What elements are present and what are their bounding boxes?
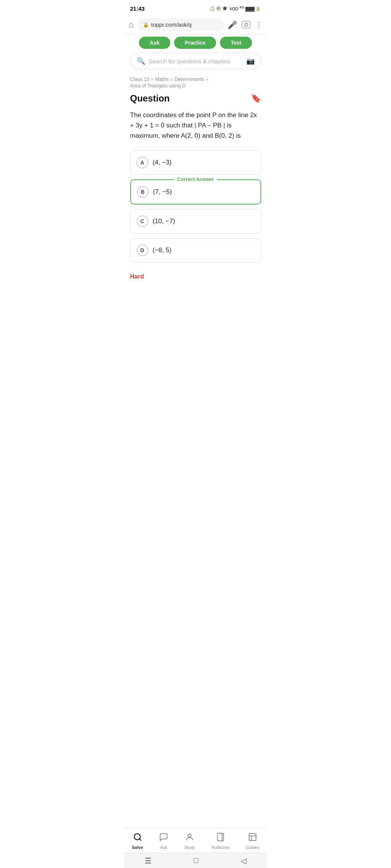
question-title: Question <box>130 93 170 104</box>
breadcrumb-sep-3: » <box>205 76 208 82</box>
display-icon[interactable]: :D <box>242 21 250 28</box>
breadcrumb: Class 12 » Maths » Determinants » Area o… <box>124 74 267 93</box>
breadcrumb-area[interactable]: Area of Triangles using D <box>130 83 186 89</box>
question-text: The coordinates of the point P on the li… <box>130 110 261 141</box>
notification-icon: 📋 <box>210 6 215 11</box>
option-c-text: (10, −7) <box>153 217 175 225</box>
option-c-label: C <box>137 216 148 227</box>
option-b[interactable]: Correct Answer B (7, −5) <box>130 179 261 205</box>
green-buttons-strip: Ask Practice Test <box>124 34 267 50</box>
signal-icons: VOD 4G ▓▓▓ 🔋 <box>229 5 261 11</box>
search-icon: 🔍 <box>137 57 145 65</box>
option-b-text: (7, −5) <box>153 188 172 196</box>
option-a-label: A <box>137 157 148 168</box>
option-d-label: D <box>137 245 148 256</box>
breadcrumb-class12[interactable]: Class 12 <box>130 76 150 82</box>
url-text: toppr.com/ask/q <box>151 21 192 28</box>
option-d[interactable]: D (−8, 5) <box>130 238 261 262</box>
home-icon[interactable]: ⌂ <box>129 20 134 30</box>
browser-bar: ⌂ 🔒 toppr.com/ask/q 🎤 :D ⋮ <box>124 15 267 34</box>
browser-actions: 🎤 :D ⋮ <box>228 20 263 29</box>
status-bar: 21:43 📋 Ⓚ 🎓 VOD 4G ▓▓▓ 🔋 <box>124 0 267 15</box>
breadcrumb-sep-2: » <box>170 76 173 82</box>
ask-button[interactable]: Ask <box>139 37 170 49</box>
option-a[interactable]: A (4, −3) <box>130 150 261 175</box>
mic-icon[interactable]: 🎤 <box>228 20 237 29</box>
bookmark-icon[interactable]: 🔖 <box>251 93 261 103</box>
option-c[interactable]: C (10, −7) <box>130 209 261 234</box>
difficulty-label: Hard <box>124 270 267 288</box>
option-d-text: (−8, 5) <box>153 246 172 254</box>
question-header: Question 🔖 <box>130 93 261 104</box>
breadcrumb-sep-1: » <box>151 76 153 82</box>
question-section: Question 🔖 The coordinates of the point … <box>124 93 267 262</box>
more-icon[interactable]: ⋮ <box>255 20 263 29</box>
test-button[interactable]: Test <box>220 37 252 49</box>
url-bar[interactable]: 🔒 toppr.com/ask/q <box>137 18 224 31</box>
hat-icon: 🎓 <box>222 6 228 11</box>
breadcrumb-maths[interactable]: Maths <box>155 76 168 82</box>
status-icons: 📋 Ⓚ 🎓 VOD 4G ▓▓▓ 🔋 <box>210 5 261 11</box>
lock-icon: 🔒 <box>143 22 149 27</box>
search-input[interactable]: Search for questions & chapters <box>149 58 242 64</box>
options-list: A (4, −3) Correct Answer B (7, −5) C (10… <box>130 150 261 262</box>
practice-button[interactable]: Practice <box>174 37 216 49</box>
option-b-label: B <box>137 186 149 198</box>
k-icon: Ⓚ <box>217 6 221 11</box>
option-a-text: (4, −3) <box>153 159 172 166</box>
correct-answer-label: Correct Answer <box>174 176 217 182</box>
search-bar[interactable]: 🔍 Search for questions & chapters 📷 <box>130 53 261 69</box>
status-time: 21:43 <box>130 5 145 12</box>
camera-icon[interactable]: 📷 <box>246 57 255 65</box>
breadcrumb-determinants[interactable]: Determinants <box>174 76 204 82</box>
